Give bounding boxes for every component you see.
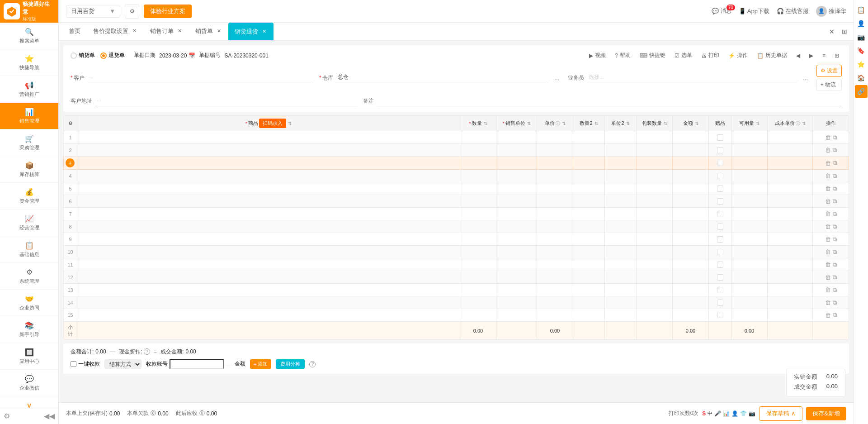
grid-view-btn[interactable]: ⊞	[832, 52, 842, 60]
price-cell[interactable]	[537, 208, 573, 220]
sort-icon[interactable]: ⇅	[484, 121, 487, 126]
qty2-cell[interactable]	[573, 246, 605, 258]
qty2-cell[interactable]	[573, 131, 605, 144]
sidebar-item-inventory[interactable]: 📦 库存核算	[0, 156, 58, 183]
gift-checkbox[interactable]	[717, 147, 723, 153]
qty2-cell[interactable]	[573, 208, 605, 220]
amount-cell[interactable]	[673, 246, 709, 258]
sidebar-item-apps[interactable]: 🔲 应用中心	[0, 343, 58, 370]
cost-price-cell[interactable]	[768, 233, 813, 246]
amount-cell[interactable]	[673, 233, 709, 246]
price-cell[interactable]	[537, 220, 573, 233]
unit2-cell[interactable]	[605, 309, 637, 322]
sidebar-item-system[interactable]: ⚙ 系统管理	[0, 263, 58, 290]
radio-sales[interactable]: 销货单	[71, 52, 95, 59]
available-cell[interactable]	[731, 233, 768, 246]
tabs-menu-btn[interactable]: ⊞	[839, 26, 850, 37]
pack-qty-cell[interactable]	[637, 233, 673, 246]
qty-cell[interactable]	[460, 182, 496, 195]
product-cell[interactable]	[77, 131, 460, 144]
online-service-btn[interactable]: 🎧 在线客服	[777, 7, 809, 15]
help-btn[interactable]: ? 帮助	[612, 51, 633, 60]
qty-cell[interactable]	[460, 296, 496, 309]
gift-cell[interactable]	[709, 208, 731, 220]
unit2-cell[interactable]	[605, 131, 637, 144]
price-cell[interactable]	[537, 131, 573, 144]
select-btn[interactable]: ☑ 选单	[672, 51, 695, 60]
qty2-cell[interactable]	[573, 309, 605, 322]
qty-cell[interactable]	[460, 258, 496, 271]
tab-close-icon[interactable]: ✕	[131, 28, 137, 34]
panel-btn-5[interactable]: ⭐	[855, 58, 868, 71]
qty-cell[interactable]	[460, 220, 496, 233]
amount-cell[interactable]	[673, 157, 709, 170]
available-cell[interactable]	[731, 296, 768, 309]
cost-price-cell[interactable]	[768, 296, 813, 309]
gift-checkbox[interactable]	[717, 274, 723, 281]
delete-icon[interactable]: 🗑	[825, 198, 831, 205]
product-cell[interactable]	[77, 309, 460, 322]
message-btn[interactable]: 💬 消息 70	[712, 7, 731, 15]
unit-cell[interactable]	[496, 246, 537, 258]
add-row-btn[interactable]: +	[66, 158, 75, 167]
gift-cell[interactable]	[709, 182, 731, 195]
product-cell[interactable]	[77, 220, 460, 233]
amount-cell[interactable]	[673, 208, 709, 220]
gift-checkbox[interactable]	[717, 262, 723, 268]
delete-icon[interactable]: 🗑	[825, 261, 831, 268]
price-cell[interactable]	[537, 258, 573, 271]
pack-qty-cell[interactable]	[637, 271, 673, 284]
gift-cell[interactable]	[709, 296, 731, 309]
pack-qty-cell[interactable]	[637, 296, 673, 309]
history-btn[interactable]: 📋 历史单据	[754, 51, 790, 60]
cost-price-cell[interactable]	[768, 208, 813, 220]
gift-cell[interactable]	[709, 246, 731, 258]
copy-icon[interactable]: ⧉	[833, 299, 837, 306]
product-cell[interactable]	[77, 246, 460, 258]
qty-cell[interactable]	[460, 271, 496, 284]
sidebar-item-vip[interactable]: V 畅会员	[0, 396, 58, 408]
pack-qty-cell[interactable]	[637, 258, 673, 271]
user-menu[interactable]: 👤 徐泽华	[816, 6, 846, 17]
qty-cell[interactable]	[460, 144, 496, 157]
pack-qty-cell[interactable]	[637, 208, 673, 220]
sort-icon[interactable]: ⇅	[594, 121, 598, 126]
available-cell[interactable]	[731, 131, 768, 144]
copy-icon[interactable]: ⧉	[833, 159, 837, 167]
list-view-btn[interactable]: ≡	[820, 52, 828, 60]
gift-checkbox[interactable]	[717, 186, 723, 192]
qty2-cell[interactable]	[573, 182, 605, 195]
price-cell[interactable]	[537, 157, 573, 170]
qty2-cell[interactable]	[573, 170, 605, 182]
delete-icon[interactable]: 🗑	[825, 248, 831, 255]
cost-price-cell[interactable]	[768, 284, 813, 296]
tab-close-icon[interactable]: ✕	[176, 28, 183, 34]
unit2-cell[interactable]	[605, 144, 637, 157]
scan-barcode-btn[interactable]: 扫码录入	[259, 119, 286, 128]
app-download-btn[interactable]: 📱 App下载	[739, 7, 769, 15]
shortcuts-btn[interactable]: ⌨ 快捷键	[637, 51, 668, 60]
delete-icon[interactable]: 🗑	[825, 172, 831, 179]
delete-icon[interactable]: 🗑	[825, 147, 831, 153]
copy-icon[interactable]: ⧉	[833, 210, 837, 218]
gift-checkbox[interactable]	[717, 300, 723, 306]
available-cell[interactable]	[731, 144, 768, 157]
prev-doc-btn[interactable]: ◀	[793, 52, 803, 60]
product-cell[interactable]	[77, 258, 460, 271]
product-cell[interactable]	[77, 170, 460, 182]
gift-checkbox[interactable]	[717, 287, 723, 293]
cost-price-cell[interactable]	[768, 246, 813, 258]
qty2-cell[interactable]	[573, 296, 605, 309]
price-cell[interactable]	[537, 296, 573, 309]
amount-cell[interactable]	[673, 271, 709, 284]
qty-cell[interactable]	[460, 208, 496, 220]
settings-icon-btn[interactable]: ⚙	[4, 412, 10, 420]
customer-input[interactable]: ...	[87, 72, 314, 83]
product-cell[interactable]	[77, 182, 460, 195]
delete-icon[interactable]: 🗑	[825, 236, 831, 243]
next-doc-btn[interactable]: ▶	[807, 52, 816, 60]
one-click-checkbox[interactable]	[71, 361, 76, 367]
gift-checkbox[interactable]	[717, 173, 723, 179]
copy-icon[interactable]: ⧉	[833, 261, 837, 268]
gift-cell[interactable]	[709, 195, 731, 208]
